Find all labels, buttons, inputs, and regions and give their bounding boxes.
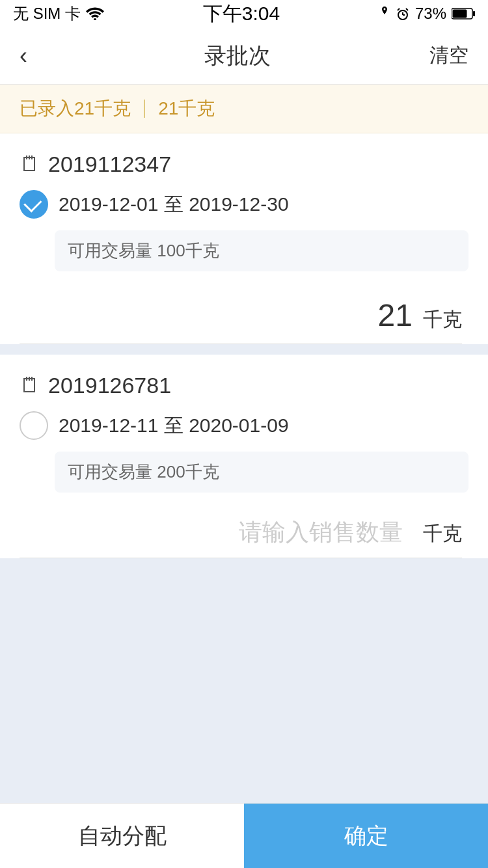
batch2-card: 🗒 2019126781 2019-12-11 至 2020-01-09 可用交… — [0, 355, 488, 558]
info-banner: 已录入21千克 21千克 — [0, 85, 488, 133]
battery-icon — [452, 8, 475, 20]
back-button[interactable]: ‹ — [20, 42, 59, 70]
recorded-value: 21千克 — [158, 96, 215, 121]
status-time: 下午3:04 — [203, 1, 280, 27]
svg-line-4 — [398, 8, 400, 10]
batch1-header: 🗒 2019112347 — [0, 133, 488, 183]
status-bar: 无 SIM 卡 下午3:04 73% — [0, 0, 488, 27]
batch1-amount: 21 — [378, 297, 413, 333]
batch2-header: 🗒 2019126781 — [0, 355, 488, 405]
clear-button[interactable]: 清空 — [416, 42, 468, 69]
page-title: 录批次 — [204, 41, 271, 71]
confirm-button[interactable]: 确定 — [244, 804, 488, 868]
svg-line-5 — [406, 8, 408, 10]
batch1-radio[interactable] — [20, 190, 48, 219]
batch2-date: 2019-12-11 至 2020-01-09 — [59, 413, 289, 439]
batch2-unit: 千克 — [423, 521, 462, 547]
batch1-icon: 🗒 — [20, 152, 40, 176]
batch2-avail: 可用交易量 200千克 — [55, 452, 468, 493]
quantity-input[interactable] — [185, 519, 413, 546]
svg-rect-8 — [473, 11, 475, 16]
no-sim-text: 无 SIM 卡 — [13, 3, 81, 24]
status-left: 无 SIM 卡 — [13, 3, 104, 24]
battery-percent: 73% — [415, 5, 446, 23]
batch2-icon: 🗒 — [20, 373, 40, 398]
auto-distribute-button[interactable]: 自动分配 — [0, 804, 244, 868]
svg-rect-7 — [452, 10, 467, 18]
svg-point-0 — [94, 18, 96, 20]
section-divider-1 — [0, 344, 488, 355]
status-right: 73% — [379, 5, 475, 23]
batch1-date: 2019-12-01 至 2019-12-30 — [59, 191, 289, 218]
location-icon — [379, 7, 390, 21]
batch2-date-row[interactable]: 2019-12-11 至 2020-01-09 — [0, 405, 488, 446]
batch1-unit: 千克 — [423, 306, 462, 333]
nav-bar: ‹ 录批次 清空 — [0, 27, 488, 85]
batch1-id: 2019112347 — [48, 152, 171, 177]
batch1-date-row[interactable]: 2019-12-01 至 2019-12-30 — [0, 183, 488, 225]
batch2-radio[interactable] — [20, 411, 48, 440]
batch2-input-row[interactable]: 千克 — [0, 506, 488, 558]
alarm-icon — [396, 7, 410, 21]
batch1-amount-row: 21 千克 — [0, 284, 488, 344]
info-divider — [144, 100, 145, 118]
batch1-avail: 可用交易量 100千克 — [55, 230, 468, 271]
batch2-id: 2019126781 — [48, 373, 171, 398]
batch1-card: 🗒 2019112347 2019-12-01 至 2019-12-30 可用交… — [0, 133, 488, 344]
recorded-label: 已录入21千克 — [20, 96, 131, 121]
wifi-icon — [86, 7, 104, 20]
bottom-bar: 自动分配 确定 — [0, 803, 488, 868]
